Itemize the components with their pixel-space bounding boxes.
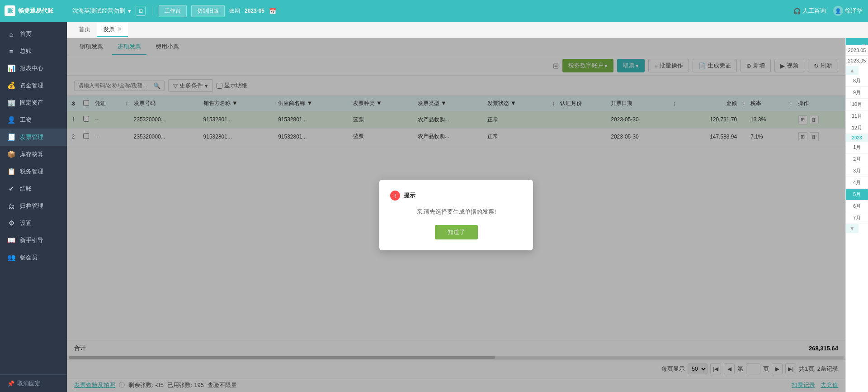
sidebar-label-tax: 税务管理 — [20, 167, 43, 176]
period-item-4[interactable]: 4月 — [846, 177, 868, 189]
modal-title-text: 提示 — [404, 191, 415, 200]
support-icon: 🎧 — [793, 8, 801, 14]
modal-footer: 知道了 — [390, 225, 522, 239]
sidebar-item-tax[interactable]: 📋 税务管理 — [0, 163, 67, 180]
period-scroll-down[interactable]: ▼ — [846, 224, 859, 233]
sidebar-footer-cancel-fixed[interactable]: 📌 取消固定 — [0, 374, 67, 392]
calendar-icon[interactable]: 📅 — [269, 8, 276, 14]
tabs-bar: 首页 发票 ✕ — [67, 22, 868, 38]
sidebar-label-funds: 资金管理 — [20, 81, 43, 90]
logo-icon: 账 — [5, 5, 15, 16]
period-year-2023: 2023 — [846, 134, 868, 142]
company-selector[interactable]: 沈海英测试经营勿删 ▾ — [72, 7, 131, 15]
sidebar-item-ledger[interactable]: ≡ 总账 — [0, 43, 67, 60]
sidebar-nav: ⌂ 首页 ≡ 总账 📊 报表中心 💰 资金管理 🏢 固定资产 👤 工资 🧾 发票… — [0, 22, 67, 374]
period-item-3[interactable]: 3月 — [846, 165, 868, 177]
sidebar-label-assets: 固定资产 — [20, 99, 43, 107]
modal-overlay[interactable]: ! 提示 亲,请先选择要生成单据的发票! 知道了 — [67, 38, 845, 392]
sidebar-label-invoice: 发票管理 — [20, 133, 43, 141]
tab-invoice-close-icon[interactable]: ✕ — [118, 26, 122, 32]
sidebar-label-guide: 新手引导 — [20, 236, 43, 244]
period-item-7[interactable]: 7月 — [846, 212, 868, 224]
user-profile[interactable]: 👤 徐泽华 — [833, 6, 863, 16]
sidebar-item-member[interactable]: 👥 畅会员 — [0, 249, 67, 266]
funds-icon: 💰 — [7, 81, 15, 90]
period-panel: 期间选择 2023.05 2023.05 ▲ 8月 9月 10月 11月 12月… — [845, 38, 868, 392]
sidebar-label-salary: 工资 — [20, 116, 32, 124]
user-name: 徐泽华 — [845, 7, 863, 15]
support-button[interactable]: 🎧 人工咨询 — [793, 7, 826, 15]
sidebar-item-salary[interactable]: 👤 工资 — [0, 111, 67, 129]
assets-icon: 🏢 — [7, 99, 15, 107]
user-avatar-icon: 👤 — [833, 6, 843, 16]
period-item-2023-05-second[interactable]: 2023.05 — [846, 56, 868, 66]
sidebar-item-assets[interactable]: 🏢 固定资产 — [0, 94, 67, 111]
period-item-10[interactable]: 10月 — [846, 99, 868, 110]
workspace-button[interactable]: 工作台 — [159, 5, 187, 17]
ledger-icon: ≡ — [7, 48, 15, 55]
guide-icon: 📖 — [7, 236, 15, 244]
sidebar-item-reports[interactable]: 📊 报表中心 — [0, 60, 67, 77]
sidebar-label-reports: 报表中心 — [20, 64, 43, 72]
period-item-9[interactable]: 9月 — [846, 87, 868, 99]
sidebar-item-guide[interactable]: 📖 新手引导 — [0, 232, 67, 249]
company-dropdown-icon: ▾ — [128, 8, 131, 14]
settings-icon: ⚙ — [7, 219, 15, 227]
period-item-5[interactable]: 5月 — [846, 189, 868, 201]
modal-ok-button[interactable]: 知道了 — [435, 225, 478, 239]
tab-home[interactable]: 首页 — [72, 23, 97, 37]
company-name: 沈海英测试经营勿删 — [72, 7, 125, 15]
modal-warning-icon: ! — [390, 191, 400, 201]
period-item-2[interactable]: 2月 — [846, 153, 868, 165]
period-scroll-up[interactable]: ▲ — [846, 66, 859, 75]
content-area: 销项发票 进项发票 费用小票 ⊞ 税务数字账户 ▾ 取票 ▾ — [67, 38, 868, 392]
period-panel-title[interactable]: 期间选择 — [846, 38, 868, 45]
alert-modal: ! 提示 亲,请先选择要生成单据的发票! 知道了 — [379, 180, 533, 250]
content-main: 销项发票 进项发票 费用小票 ⊞ 税务数字账户 ▾ 取票 ▾ — [67, 38, 845, 392]
tab-invoice-label: 发票 — [103, 25, 115, 33]
app-logo: 账 畅捷通易代账 — [0, 0, 67, 22]
sidebar-item-settle[interactable]: ✔ 结账 — [0, 180, 67, 197]
period-value: 2023-05 — [245, 8, 264, 14]
app-name: 畅捷通易代账 — [18, 7, 53, 15]
salary-icon: 👤 — [7, 116, 15, 124]
support-label: 人工咨询 — [802, 7, 826, 15]
period-item-11[interactable]: 11月 — [846, 110, 868, 122]
sidebar-item-inventory[interactable]: 📦 库存核算 — [0, 146, 67, 163]
inventory-icon: 📦 — [7, 150, 15, 158]
period-item-1[interactable]: 1月 — [846, 142, 868, 153]
period-item-12[interactable]: 12月 — [846, 122, 868, 134]
archive-icon: 🗂 — [7, 202, 15, 210]
period-item-8[interactable]: 8月 — [846, 75, 868, 87]
sidebar-label-settings: 设置 — [20, 219, 32, 227]
main-area: 沈海英测试经营勿删 ▾ ⊞ 工作台 切到旧版 账期 2023-05 📅 🎧 人工… — [67, 0, 868, 392]
member-icon: 👥 — [7, 253, 15, 262]
sidebar-label-ledger: 总账 — [20, 47, 32, 55]
pin-icon: 📌 — [7, 380, 14, 387]
sidebar-label-settle: 结账 — [20, 185, 32, 193]
sidebar-item-funds[interactable]: 💰 资金管理 — [0, 77, 67, 94]
sidebar-item-archive[interactable]: 🗂 归档管理 — [0, 197, 67, 215]
tab-invoice[interactable]: 发票 ✕ — [97, 23, 128, 37]
tab-home-label: 首页 — [79, 25, 90, 33]
tax-icon: 📋 — [7, 167, 15, 176]
period-label: 账期 — [229, 7, 240, 15]
sidebar-item-settings[interactable]: ⚙ 设置 — [0, 215, 67, 232]
modal-message: 亲,请先选择要生成单据的发票! — [390, 208, 522, 216]
sidebar-item-home[interactable]: ⌂ 首页 — [0, 25, 67, 43]
cancel-fixed-label: 取消固定 — [17, 379, 41, 387]
sidebar-label-home: 首页 — [20, 30, 32, 38]
header-divider-1 — [152, 6, 152, 15]
settle-icon: ✔ — [7, 185, 15, 193]
sidebar-label-archive: 归档管理 — [20, 202, 43, 210]
header-icon-btn[interactable]: ⊞ — [136, 6, 146, 16]
header-right: 🎧 人工咨询 👤 徐泽华 — [793, 6, 863, 16]
home-icon: ⌂ — [7, 30, 15, 38]
sidebar-item-invoice[interactable]: 🧾 发票管理 — [0, 129, 67, 146]
period-item-2023-05-first[interactable]: 2023.05 — [846, 45, 868, 56]
sidebar-label-member: 畅会员 — [20, 253, 38, 262]
app-header: 沈海英测试经营勿删 ▾ ⊞ 工作台 切到旧版 账期 2023-05 📅 🎧 人工… — [67, 0, 868, 22]
period-item-6[interactable]: 6月 — [846, 201, 868, 212]
switch-old-version-button[interactable]: 切到旧版 — [191, 5, 225, 17]
sidebar: 账 畅捷通易代账 ⌂ 首页 ≡ 总账 📊 报表中心 💰 资金管理 🏢 固定资产 … — [0, 0, 67, 392]
